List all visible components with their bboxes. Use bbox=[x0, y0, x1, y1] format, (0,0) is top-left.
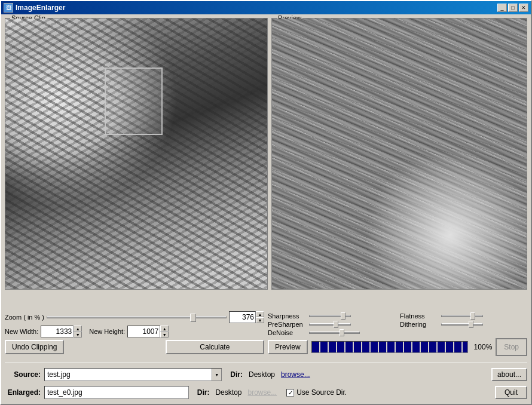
minimize-button[interactable]: _ bbox=[497, 4, 507, 12]
source-panel: Source Clip bbox=[5, 18, 268, 290]
progress-segment bbox=[446, 342, 454, 352]
enlarged-file-input[interactable]: test_e0.jpg bbox=[44, 386, 189, 399]
progress-segment bbox=[412, 342, 421, 352]
title-buttons: _ □ ✕ bbox=[497, 4, 528, 12]
source-combo[interactable]: test.jpg ▼ bbox=[44, 368, 222, 381]
preview-panel: Preview bbox=[271, 18, 527, 290]
sharpness-param: Sharpness bbox=[268, 312, 395, 320]
progress-segment bbox=[438, 342, 446, 352]
zoom-input[interactable] bbox=[229, 311, 256, 323]
progress-percent: 100% bbox=[474, 343, 493, 351]
source-dir-label: Dir: bbox=[230, 370, 243, 379]
preview-image-area bbox=[272, 19, 527, 289]
separator-1 bbox=[5, 363, 527, 363]
presharpen-thumb[interactable] bbox=[334, 321, 338, 328]
height-increment-button[interactable]: ▲ bbox=[160, 326, 169, 332]
progress-segment bbox=[429, 342, 438, 352]
source-combo-value: test.jpg bbox=[47, 370, 71, 379]
progress-segment bbox=[312, 342, 320, 352]
width-spinbox: ▲ ▼ bbox=[41, 326, 82, 338]
progress-segment bbox=[379, 342, 387, 352]
progress-segment bbox=[396, 342, 404, 352]
width-spin-buttons: ▲ ▼ bbox=[74, 326, 82, 338]
close-button[interactable]: ✕ bbox=[519, 4, 528, 12]
dithering-param: Dithering bbox=[400, 321, 527, 328]
zoom-label: Zoom ( in % ) bbox=[5, 314, 44, 321]
selection-rectangle[interactable] bbox=[105, 68, 162, 135]
source-file-label: Source: bbox=[5, 370, 41, 379]
height-spin-buttons: ▲ ▼ bbox=[160, 326, 169, 338]
denoise-thumb[interactable] bbox=[340, 329, 344, 336]
enlarged-dir-label: Dir: bbox=[197, 388, 210, 397]
flatness-label: Flatness bbox=[400, 312, 439, 320]
enlarged-dir-value: Desktop bbox=[215, 388, 241, 397]
height-input[interactable] bbox=[127, 326, 160, 338]
progress-segment bbox=[454, 342, 463, 352]
flatness-slider[interactable] bbox=[441, 315, 483, 317]
presharpen-slider[interactable] bbox=[309, 323, 351, 326]
height-decrement-button[interactable]: ▼ bbox=[160, 332, 169, 338]
zoom-row: Zoom ( in % ) ▲ ▼ bbox=[5, 311, 264, 323]
source-image-area[interactable] bbox=[5, 19, 267, 289]
zoom-slider[interactable] bbox=[47, 316, 227, 318]
sharpness-slider[interactable] bbox=[309, 315, 351, 317]
params-grid: Sharpness Flatness PreSharpe bbox=[268, 311, 527, 336]
controls-row: Zoom ( in % ) ▲ ▼ New Width: bbox=[5, 311, 527, 359]
zoom-increment-button[interactable]: ▲ bbox=[256, 311, 264, 317]
denoise-param: DeNoise bbox=[268, 329, 527, 336]
title-bar: 🖼 ImageEnlarger _ □ ✕ bbox=[1, 1, 531, 14]
dithering-thumb[interactable] bbox=[469, 321, 473, 328]
preview-progress-row: Preview 100% Stop bbox=[268, 338, 527, 356]
zoom-decrement-button[interactable]: ▼ bbox=[256, 317, 264, 323]
sharpness-label: Sharpness bbox=[268, 312, 307, 320]
flatness-param: Flatness bbox=[400, 312, 527, 320]
sharpness-thumb[interactable] bbox=[341, 312, 346, 320]
progress-segment bbox=[371, 342, 379, 352]
width-decrement-button[interactable]: ▼ bbox=[74, 332, 82, 338]
dithering-slider[interactable] bbox=[441, 323, 483, 326]
use-source-dir-checkbox[interactable]: ✓ bbox=[286, 389, 294, 397]
zoom-spinbox: ▲ ▼ bbox=[229, 311, 264, 323]
app-title: ImageEnlarger bbox=[16, 4, 65, 12]
presharpen-label: PreSharpen bbox=[268, 321, 307, 328]
progress-segment bbox=[421, 342, 429, 352]
progress-segment bbox=[362, 342, 371, 352]
denoise-label: DeNoise bbox=[268, 329, 307, 336]
enlarged-file-row: Enlarged: test_e0.jpg Dir: Desktop brows… bbox=[5, 385, 527, 400]
progress-segment bbox=[346, 342, 354, 352]
progress-segment bbox=[354, 342, 362, 352]
calculate-button[interactable]: Calculate bbox=[166, 340, 264, 354]
use-source-dir-label: ✓ Use Source Dir. bbox=[286, 388, 347, 397]
zoom-slider-thumb[interactable] bbox=[190, 314, 196, 322]
progress-segment bbox=[337, 342, 346, 352]
flatness-thumb[interactable] bbox=[470, 312, 475, 320]
about-button[interactable]: about... bbox=[491, 368, 527, 381]
source-combo-arrow[interactable]: ▼ bbox=[212, 369, 221, 381]
source-file-row: Source: test.jpg ▼ Dir: Desktop browse..… bbox=[5, 367, 527, 382]
left-controls: Zoom ( in % ) ▲ ▼ New Width: bbox=[5, 311, 268, 354]
restore-button[interactable]: □ bbox=[508, 4, 518, 12]
undo-clipping-button[interactable]: Undo Clipping bbox=[5, 340, 64, 354]
dimensions-row: New Width: ▲ ▼ New Height: ▲ ▼ bbox=[5, 326, 264, 338]
enlarged-file-label: Enlarged: bbox=[5, 388, 41, 397]
width-input[interactable] bbox=[41, 326, 74, 338]
title-bar-left: 🖼 ImageEnlarger bbox=[4, 3, 65, 13]
use-source-dir-text: Use Source Dir. bbox=[296, 388, 347, 397]
quit-button[interactable]: Quit bbox=[495, 386, 527, 399]
preview-image bbox=[272, 19, 527, 289]
app-icon: 🖼 bbox=[4, 3, 13, 13]
presharpen-param: PreSharpen bbox=[268, 321, 395, 328]
height-spinbox: ▲ ▼ bbox=[127, 326, 169, 338]
width-increment-button[interactable]: ▲ bbox=[74, 326, 82, 332]
progress-bar-container bbox=[311, 341, 468, 353]
source-browse-button[interactable]: browse... bbox=[279, 370, 313, 379]
stop-button[interactable]: Stop bbox=[496, 338, 527, 356]
preview-button[interactable]: Preview bbox=[268, 340, 308, 354]
width-label: New Width: bbox=[5, 328, 38, 335]
denoise-slider[interactable] bbox=[309, 332, 360, 334]
enlarged-browse-button[interactable]: browse... bbox=[245, 388, 279, 397]
progress-segment bbox=[320, 342, 329, 352]
progress-segment bbox=[404, 342, 412, 352]
progress-segment bbox=[387, 342, 396, 352]
source-image[interactable] bbox=[5, 19, 267, 289]
